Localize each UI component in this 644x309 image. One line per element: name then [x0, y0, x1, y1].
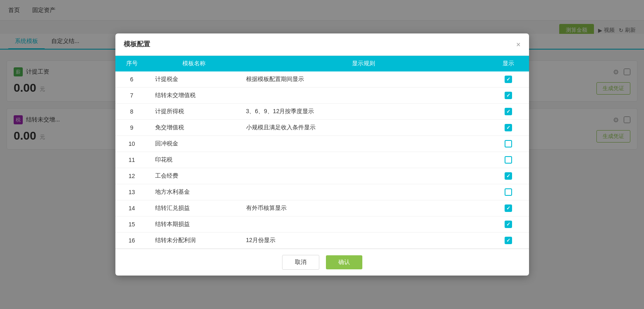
checkbox-row-2[interactable]: [505, 108, 512, 115]
checkbox-row-9[interactable]: [505, 221, 512, 228]
cell-rule-9: [239, 216, 488, 233]
table-row: 14结转汇兑损益有外币核算显示: [115, 200, 529, 216]
modal-overlay: 模板配置 × 序号 模板名称 显示规则 显示 6计提税金根据模板配置期间显示7结…: [0, 0, 644, 309]
cell-rule-8: 有外币核算显示: [239, 200, 488, 216]
cell-no-5: 11: [115, 152, 148, 168]
table-row: 10回冲税金: [115, 136, 529, 152]
checkbox-row-0[interactable]: [505, 76, 512, 83]
cell-no-0: 6: [115, 71, 148, 88]
cell-no-8: 14: [115, 200, 148, 216]
cell-check-0[interactable]: [488, 71, 529, 88]
cell-check-4[interactable]: [488, 136, 529, 152]
modal-footer: 取消 确认: [115, 249, 529, 276]
cell-rule-7: [239, 184, 488, 200]
table-row: 8计提所得税3、6、9、12月按季度显示: [115, 104, 529, 120]
modal-template-config: 模板配置 × 序号 模板名称 显示规则 显示 6计提税金根据模板配置期间显示7结…: [115, 33, 529, 276]
cell-check-8[interactable]: [488, 200, 529, 216]
cell-rule-0: 根据模板配置期间显示: [239, 71, 488, 88]
modal-body: 序号 模板名称 显示规则 显示 6计提税金根据模板配置期间显示7结转未交增值税8…: [115, 56, 529, 249]
checkbox-row-10[interactable]: [505, 237, 512, 244]
checkbox-row-3[interactable]: [505, 124, 512, 131]
cell-name-8: 结转汇兑损益: [148, 200, 239, 216]
cell-rule-3: 小规模且满足收入条件显示: [239, 120, 488, 136]
table-row: 9免交增值税小规模且满足收入条件显示: [115, 120, 529, 136]
table-row: 12工会经费: [115, 168, 529, 184]
table-row: 13地方水利基金: [115, 184, 529, 200]
cell-no-2: 8: [115, 104, 148, 120]
cell-check-2[interactable]: [488, 104, 529, 120]
table-row: 7结转未交增值税: [115, 88, 529, 104]
checkbox-row-7[interactable]: [505, 188, 512, 196]
cell-name-6: 工会经费: [148, 168, 239, 184]
cell-no-7: 13: [115, 184, 148, 200]
cell-no-10: 16: [115, 233, 148, 249]
cell-rule-1: [239, 88, 488, 104]
table-row: 16结转未分配利润12月份显示: [115, 233, 529, 249]
cell-rule-5: [239, 152, 488, 168]
col-header-name: 模板名称: [148, 56, 239, 71]
checkbox-row-4[interactable]: [505, 140, 512, 147]
cell-name-1: 结转未交增值税: [148, 88, 239, 104]
cell-rule-10: 12月份显示: [239, 233, 488, 249]
table-row: 11印花税: [115, 152, 529, 168]
config-table: 序号 模板名称 显示规则 显示 6计提税金根据模板配置期间显示7结转未交增值税8…: [115, 56, 529, 249]
checkbox-row-1[interactable]: [505, 92, 512, 99]
cell-name-4: 回冲税金: [148, 136, 239, 152]
table-row: 15结转本期损益: [115, 216, 529, 233]
table-body: 6计提税金根据模板配置期间显示7结转未交增值税8计提所得税3、6、9、12月按季…: [115, 71, 529, 249]
cell-check-10[interactable]: [488, 233, 529, 249]
modal-close-button[interactable]: ×: [516, 41, 521, 48]
cell-check-1[interactable]: [488, 88, 529, 104]
cell-name-10: 结转未分配利润: [148, 233, 239, 249]
cell-check-3[interactable]: [488, 120, 529, 136]
cell-name-5: 印花税: [148, 152, 239, 168]
cell-check-9[interactable]: [488, 216, 529, 233]
cell-no-1: 7: [115, 88, 148, 104]
modal-title: 模板配置: [124, 40, 150, 49]
cell-name-9: 结转本期损益: [148, 216, 239, 233]
cell-check-6[interactable]: [488, 168, 529, 184]
cell-name-0: 计提税金: [148, 71, 239, 88]
cell-rule-4: [239, 136, 488, 152]
cell-rule-2: 3、6、9、12月按季度显示: [239, 104, 488, 120]
cell-no-3: 9: [115, 120, 148, 136]
cell-check-7[interactable]: [488, 184, 529, 200]
cell-name-7: 地方水利基金: [148, 184, 239, 200]
table-header: 序号 模板名称 显示规则 显示: [115, 56, 529, 71]
col-header-rule: 显示规则: [239, 56, 488, 71]
cell-name-2: 计提所得税: [148, 104, 239, 120]
cell-no-4: 10: [115, 136, 148, 152]
checkbox-row-6[interactable]: [505, 172, 512, 180]
cell-rule-6: [239, 168, 488, 184]
checkbox-row-8[interactable]: [505, 204, 512, 212]
cell-name-3: 免交增值税: [148, 120, 239, 136]
modal-header: 模板配置 ×: [115, 33, 529, 56]
table-row: 6计提税金根据模板配置期间显示: [115, 71, 529, 88]
cell-no-9: 15: [115, 216, 148, 233]
cell-check-5[interactable]: [488, 152, 529, 168]
cell-no-6: 12: [115, 168, 148, 184]
col-header-no: 序号: [115, 56, 148, 71]
checkbox-row-5[interactable]: [505, 156, 512, 164]
cancel-button[interactable]: 取消: [282, 255, 319, 270]
col-header-display: 显示: [488, 56, 529, 71]
confirm-button[interactable]: 确认: [326, 255, 362, 269]
